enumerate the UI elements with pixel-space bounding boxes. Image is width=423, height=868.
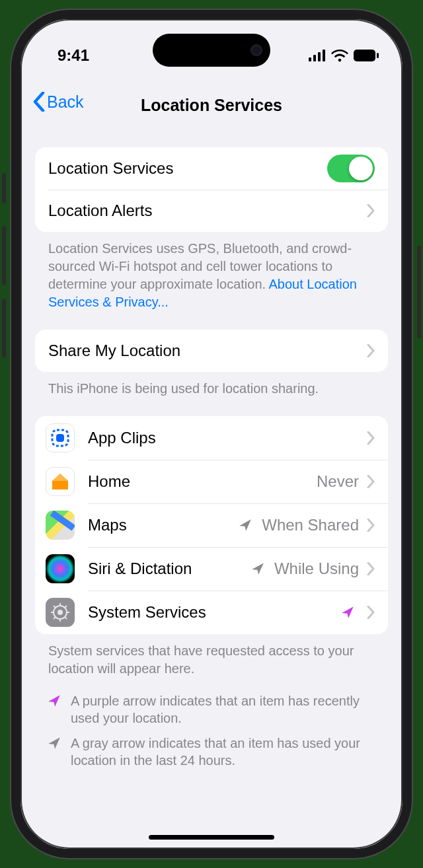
phone-screen: 9:41 Back Location Services Location Ser… xyxy=(11,10,412,858)
back-button[interactable]: Back xyxy=(32,92,84,112)
legend-gray-text: A gray arrow indicates that an item has … xyxy=(71,735,376,769)
svg-rect-1 xyxy=(313,55,316,61)
chevron-right-icon xyxy=(367,606,375,619)
status-time: 9:41 xyxy=(58,46,89,65)
maps-app-icon xyxy=(46,511,75,540)
legend: A purple arrow indicates that an item ha… xyxy=(35,678,388,769)
home-app-icon xyxy=(46,467,75,496)
row-app-home[interactable]: HomeNever xyxy=(35,460,388,503)
appclips-app-icon xyxy=(46,423,75,452)
svg-line-16 xyxy=(65,606,67,608)
row-app-settings[interactable]: System Services xyxy=(35,591,388,634)
footer-apps: System services that have requested acce… xyxy=(35,634,388,678)
group-apps: App ClipsHomeNeverMapsWhen SharedSiri & … xyxy=(35,416,388,634)
app-label: System Services xyxy=(88,603,206,622)
svg-rect-3 xyxy=(323,50,325,61)
group-share: Share My Location xyxy=(35,330,388,372)
volume-down-button xyxy=(2,299,6,358)
location-arrow-gray-icon xyxy=(250,561,265,576)
power-button xyxy=(417,246,421,338)
chevron-right-icon xyxy=(367,344,375,357)
row-share-my-location[interactable]: Share My Location xyxy=(35,330,388,372)
legend-gray: A gray arrow indicates that an item has … xyxy=(47,727,376,769)
app-detail: When Shared xyxy=(262,516,359,534)
svg-line-14 xyxy=(54,606,56,608)
app-label: App Clips xyxy=(88,429,156,447)
svg-line-17 xyxy=(54,617,56,619)
location-arrow-gray-icon xyxy=(238,518,252,532)
app-label: Home xyxy=(88,472,130,491)
footer-apps-text: System services that have requested acce… xyxy=(48,643,354,676)
settings-app-icon xyxy=(46,598,75,627)
location-arrow-gray-icon xyxy=(47,736,61,750)
svg-rect-2 xyxy=(318,52,321,61)
wifi-icon xyxy=(331,49,348,62)
chevron-right-icon xyxy=(367,475,375,488)
share-my-location-label: Share My Location xyxy=(48,342,180,360)
nav-bar: Back Location Services xyxy=(20,85,403,125)
cellular-icon xyxy=(309,50,326,61)
chevron-right-icon xyxy=(367,562,375,575)
chevron-right-icon xyxy=(367,519,375,532)
volume-up-button xyxy=(2,226,6,285)
footer-share: This iPhone is being used for location s… xyxy=(35,372,388,398)
svg-rect-7 xyxy=(56,434,64,442)
back-label: Back xyxy=(47,92,84,112)
footer-main: Location Services uses GPS, Bluetooth, a… xyxy=(35,232,388,311)
chevron-right-icon xyxy=(367,431,375,445)
location-alerts-label: Location Alerts xyxy=(48,201,152,220)
app-label: Maps xyxy=(88,516,127,534)
battery-icon xyxy=(354,50,379,61)
app-detail: Never xyxy=(317,472,359,491)
chevron-right-icon xyxy=(367,204,375,217)
footer-share-text: This iPhone is being used for location s… xyxy=(48,381,319,396)
row-location-services[interactable]: Location Services xyxy=(35,147,388,190)
svg-rect-5 xyxy=(377,53,379,58)
silent-switch xyxy=(2,173,6,203)
app-detail: While Using xyxy=(274,560,359,578)
legend-purple: A purple arrow indicates that an item ha… xyxy=(47,684,376,727)
app-label: Siri & Dictation xyxy=(88,560,192,578)
svg-rect-4 xyxy=(354,50,375,61)
location-services-toggle[interactable] xyxy=(327,155,375,182)
location-services-label: Location Services xyxy=(48,159,173,178)
chevron-left-icon xyxy=(32,92,46,112)
svg-point-9 xyxy=(58,610,63,615)
row-app-siri[interactable]: Siri & DictationWhile Using xyxy=(35,547,388,591)
location-arrow-purple-icon xyxy=(47,694,61,708)
svg-line-15 xyxy=(65,617,67,619)
page-title: Location Services xyxy=(141,96,282,115)
row-app-appclips[interactable]: App Clips xyxy=(35,416,388,460)
row-location-alerts[interactable]: Location Alerts xyxy=(35,190,388,232)
location-arrow-purple-icon xyxy=(340,605,355,620)
svg-rect-0 xyxy=(309,57,311,61)
status-bar: 9:41 xyxy=(20,19,403,76)
siri-app-icon xyxy=(46,554,75,583)
home-indicator[interactable] xyxy=(149,835,274,840)
row-app-maps[interactable]: MapsWhen Shared xyxy=(35,503,388,547)
legend-purple-text: A purple arrow indicates that an item ha… xyxy=(71,692,376,727)
group-main: Location Services Location Alerts xyxy=(35,147,388,232)
